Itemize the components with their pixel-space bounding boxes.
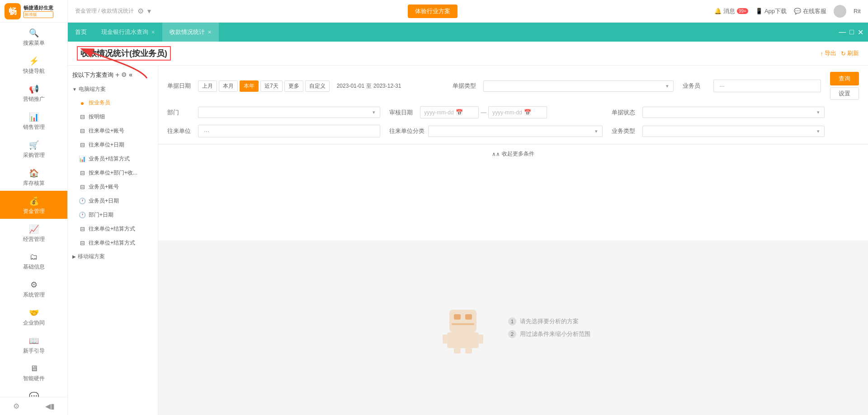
scheme-item-by-counterpart-dept[interactable]: ⊟ 按来单位+部门+收... xyxy=(68,166,158,180)
tab-minimize-icon[interactable]: — xyxy=(839,28,846,36)
sidebar-item-basic[interactable]: 🗂 基础信息 xyxy=(0,247,67,274)
sidebar-settings-icon[interactable]: ⚙ xyxy=(13,402,19,410)
scheme-item-by-detail[interactable]: ⊟ 按明细 xyxy=(68,110,158,124)
sidebar-item-hardware[interactable]: 🖥 智能硬件 xyxy=(0,358,67,386)
scheme-add-icon[interactable]: + xyxy=(115,71,119,79)
sidebar-item-finance[interactable]: 💰 资金管理 xyxy=(0,191,67,219)
tab-collection-stats[interactable]: 收款情况统计 ✕ xyxy=(162,23,219,42)
sidebar-item-quicknav[interactable]: ⚡ 快捷导航 xyxy=(0,51,67,79)
user-avatar[interactable] xyxy=(834,5,846,18)
operations-icon: 📈 xyxy=(29,224,39,234)
sidebar-item-wechat[interactable]: 💬 企业微信 xyxy=(0,386,67,397)
doc-status-select[interactable]: ▾ xyxy=(642,107,825,118)
salesperson-select[interactable]: ··· xyxy=(713,80,821,92)
header-left: 资金管理 / 收款情况统计 ⚙ ▾ xyxy=(75,7,151,15)
collapse-label: 收起更多条件 xyxy=(502,150,534,158)
collapse-up-icon: ∧∧ xyxy=(492,151,500,157)
date-btn-more[interactable]: 更多 xyxy=(284,80,303,92)
sidebar-nav: 🔍 搜索菜单 ⚡ 快捷导航 📢 营销推广 📊 销售管理 🛒 采购管理 🏠 xyxy=(0,23,67,397)
sidebar-collapse-icon[interactable]: ◀▮ xyxy=(45,402,55,410)
tab-bank-flow-close[interactable]: ✕ xyxy=(151,29,155,35)
tab-bar: 首页 现金银行流水查询 ✕ 收款情况统计 ✕ — □ ✕ xyxy=(68,23,868,42)
sidebar-bottom: ⚙ ◀▮ xyxy=(0,397,67,415)
sidebar-item-inventory[interactable]: 🏠 库存核算 xyxy=(0,163,67,191)
detail-icon: ⊟ xyxy=(79,113,86,120)
sidebar-item-enterprise[interactable]: 🤝 企业协同 xyxy=(0,302,67,330)
tab-collection-stats-close[interactable]: ✕ xyxy=(208,29,212,35)
pc-section-arrow: ▼ xyxy=(72,87,77,92)
tab-home[interactable]: 首页 xyxy=(68,28,94,36)
notification-item[interactable]: 🔔 消息 99+ xyxy=(714,7,748,15)
counterpart-dots[interactable]: ··· xyxy=(204,127,209,135)
date-btn-last-7days[interactable]: 近7天 xyxy=(260,80,283,92)
tab-close-icon[interactable]: ✕ xyxy=(858,28,863,37)
scheme-settings-icon[interactable]: ⚙ xyxy=(121,71,127,79)
online-service-item[interactable]: 💬 在线客服 xyxy=(794,7,826,15)
sidebar: 畅 畅捷通好生意 标准版 🔍 搜索菜单 ⚡ 快捷导航 📢 营销推广 📊 销售管理 xyxy=(0,0,68,415)
mobile-section-arrow: ▶ xyxy=(72,254,76,259)
sidebar-item-guide[interactable]: 📖 新手引导 xyxy=(0,330,67,358)
tab-maximize-icon[interactable]: □ xyxy=(849,28,854,36)
empty-state: 1 请先选择要分析的方案 2 用过滤条件来缩小分析范围 xyxy=(436,301,590,355)
date-btn-last-month[interactable]: 上月 xyxy=(198,80,217,92)
top-header: 资金管理 / 收款情况统计 ⚙ ▾ 体验行业方案 🔔 消息 99+ 📱 App下… xyxy=(68,0,868,23)
dept-chevron: ▾ xyxy=(373,109,375,115)
sidebar-item-basic-label: 基础信息 xyxy=(23,263,45,271)
doc-type-select[interactable]: ▾ xyxy=(483,80,674,92)
scheme-header-icons: + ⚙ « xyxy=(115,71,132,79)
export-btn[interactable]: ↑ 导出 xyxy=(821,49,837,57)
scheme-pc-section-title[interactable]: ▼ 电脑端方案 xyxy=(68,83,158,96)
audit-date-start-input[interactable]: yyyy-mm-dd 📅 xyxy=(420,106,479,118)
sidebar-item-purchase-label: 采购管理 xyxy=(23,151,45,159)
scheme-collapse-icon[interactable]: « xyxy=(129,71,132,79)
scheme-item-salesperson-date[interactable]: 🕐 业务员+日期 xyxy=(68,194,158,208)
date-btn-custom[interactable]: 自定义 xyxy=(305,80,330,92)
sidebar-item-search[interactable]: 🔍 搜索菜单 xyxy=(0,23,67,51)
sidebar-item-guide-label: 新手引导 xyxy=(23,347,45,355)
sidebar-item-operations[interactable]: 📈 经营管理 xyxy=(0,219,67,247)
scheme-mobile-section: ▶ 移动端方案 xyxy=(68,250,158,263)
sidebar-item-finance-label: 资金管理 xyxy=(23,208,45,215)
audit-date-end-input[interactable]: yyyy-mm-dd 📅 xyxy=(488,106,547,118)
scheme-mobile-section-title[interactable]: ▶ 移动端方案 xyxy=(68,250,158,263)
counterpart-category-select[interactable]: ▾ xyxy=(428,126,602,137)
sidebar-item-search-label: 搜索菜单 xyxy=(23,39,45,47)
refresh-btn[interactable]: ↻ 刷新 xyxy=(841,49,859,57)
date-range-separator: 至 xyxy=(366,82,372,90)
tab-bank-flow[interactable]: 现金银行流水查询 ✕ xyxy=(94,23,162,42)
scheme-item-counterpart-settlement2[interactable]: ⊟ 往来单位+结算方式 xyxy=(68,236,158,250)
sidebar-item-system[interactable]: ⚙ 系统管理 xyxy=(0,274,67,302)
sidebar-item-sales[interactable]: 📊 销售管理 xyxy=(0,107,67,135)
system-icon: ⚙ xyxy=(30,280,38,290)
dept-select[interactable]: ▾ xyxy=(198,107,380,118)
date-btn-this-month[interactable]: 本月 xyxy=(219,80,238,92)
scheme-item-counterpart-dept-label: 按来单位+部门+收... xyxy=(89,169,137,177)
scheme-item-salesperson-account[interactable]: ⊟ 业务员+账号 xyxy=(68,180,158,194)
scheme-item-counterpart-date[interactable]: ⊟ 往来单位+日期 xyxy=(68,138,158,152)
collapse-conditions-btn[interactable]: ∧∧ 收起更多条件 xyxy=(492,150,534,158)
settings-button[interactable]: 设置 xyxy=(830,87,859,100)
scheme-item-salesperson-settlement[interactable]: 📊 业务员+结算方式 xyxy=(68,152,158,166)
sidebar-item-purchase[interactable]: 🛒 采购管理 xyxy=(0,135,67,163)
counterpart-select[interactable]: ··· xyxy=(198,125,380,137)
trial-button[interactable]: 体验行业方案 xyxy=(408,5,458,18)
header-dropdown-icon[interactable]: ▾ xyxy=(147,7,151,15)
scheme-item-dept-date[interactable]: 🕐 部门+日期 xyxy=(68,208,158,222)
scheme-item-counterpart-settlement2-label: 往来单位+结算方式 xyxy=(89,239,135,247)
header-gear-icon[interactable]: ⚙ xyxy=(137,7,144,15)
sidebar-item-enterprise-label: 企业协同 xyxy=(23,319,45,327)
salesperson-dots[interactable]: ··· xyxy=(719,82,725,90)
page-actions: ↑ 导出 ↻ 刷新 xyxy=(821,49,859,57)
scheme-item-by-salesperson[interactable]: ● 按业务员 xyxy=(68,96,158,110)
basic-icon: 🗂 xyxy=(30,252,38,262)
date-btn-this-year[interactable]: 本年 xyxy=(240,80,259,92)
refresh-icon: ↻ xyxy=(841,50,846,57)
business-type-select[interactable]: ▾ xyxy=(642,126,825,137)
scheme-item-counterpart-settlement1[interactable]: ⊟ 往来单位+结算方式 xyxy=(68,222,158,236)
app-download-item[interactable]: 📱 App下载 xyxy=(755,7,787,15)
logo-badge: 标准版 xyxy=(24,11,53,18)
sidebar-item-marketing[interactable]: 📢 营销推广 xyxy=(0,79,67,107)
scheme-item-counterpart-account[interactable]: ⊟ 往来单位+账号 xyxy=(68,124,158,138)
scheme-panel: 按以下方案查询 + ⚙ « ▼ 电脑端方案 xyxy=(68,66,158,415)
query-button[interactable]: 查询 xyxy=(830,72,859,85)
